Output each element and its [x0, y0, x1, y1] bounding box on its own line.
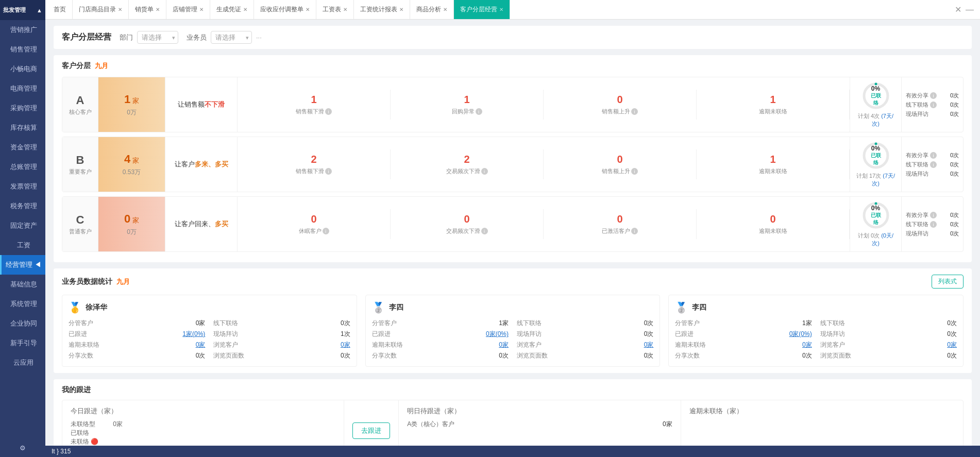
tab-商品分析[interactable]: 商品分析 ✕	[410, 0, 454, 20]
tier-count-num-c: 0 家	[124, 212, 139, 226]
info-icon[interactable]: i	[323, 228, 329, 234]
dept-label: 部门	[120, 33, 133, 42]
sidebar-item-经营管理[interactable]: 经营管理 ◀	[0, 255, 45, 275]
info-icon[interactable]: i	[930, 212, 937, 218]
tab-close-icon[interactable]: ✕	[199, 7, 204, 12]
tab-客户分层经营[interactable]: 客户分层经营 ✕	[454, 0, 510, 20]
dept-filter: 部门 请选择	[120, 31, 178, 44]
sidebar-item-营销推广[interactable]: 营销推广	[0, 20, 45, 40]
salesperson-stats-1: 分管客户 0家 线下联络 0次 已跟进 1家(0%) 现场拜访	[69, 319, 350, 360]
sp-stat-browse-3: 浏览客户 0家	[820, 341, 957, 349]
sidebar-item-销售管理[interactable]: 销售管理	[0, 40, 45, 59]
sp-stat-overdue-2: 逾期未联络 0家	[372, 341, 509, 349]
tier-stats-a: 1 销售额下滑 i 1 回购异常 i 0 销售额上升 i 1 逾期未联络	[238, 77, 901, 132]
tab-门店商品目录[interactable]: 门店商品目录 ✕	[73, 0, 129, 20]
tab-应收应付调整单[interactable]: 应收应付调整单 ✕	[254, 0, 316, 20]
close-btn[interactable]: ✕	[955, 5, 961, 14]
circle-stat-a: 0% 已联络 计划 4次 (7天/次)	[850, 77, 901, 132]
info-icon[interactable]: i	[930, 221, 937, 228]
biz-stats-title-group: 业务员数据统计 九月	[62, 277, 130, 286]
info-icon[interactable]: i	[481, 168, 488, 175]
tier-stats-b: 2 销售额下滑 i 2 交易频次下滑 i 0 销售额上升 i 1 逾期未联络	[238, 137, 901, 192]
sidebar-item-税务管理[interactable]: 税务管理	[0, 196, 45, 216]
tab-close-icon[interactable]: ✕	[243, 7, 247, 12]
sidebar-item-系统管理[interactable]: 系统管理	[0, 294, 45, 314]
circle-sub-a: 已联络	[869, 92, 883, 107]
tab-工资表[interactable]: 工资表 ✕	[316, 0, 354, 20]
tab-close-icon[interactable]: ✕	[156, 7, 160, 12]
sp-stat-visit-2: 现场拜访 0次	[517, 330, 653, 338]
right-stat-offline-c: 线下联络 i 0次	[906, 221, 959, 228]
sidebar-header[interactable]: 批发管理 ▲	[0, 0, 45, 20]
main-area: 首页 门店商品目录 ✕ 销货单 ✕ 店铺管理 ✕ 生成凭证 ✕ 应收应付调整单 …	[45, 0, 980, 457]
tab-生成凭证[interactable]: 生成凭证 ✕	[210, 0, 254, 20]
minimize-btn[interactable]: —	[966, 5, 974, 14]
tier-amount-a: 0万	[127, 108, 137, 117]
tab-close-icon[interactable]: ✕	[499, 7, 503, 12]
more-options-icon[interactable]: ···	[256, 33, 262, 41]
stat-dormant-c: 0 休眠客户 i	[238, 209, 391, 239]
sidebar-item-基础信息[interactable]: 基础信息	[0, 275, 45, 294]
info-icon[interactable]: i	[481, 228, 488, 234]
sp-stat-visit-3: 现场拜访 0次	[820, 330, 957, 338]
tab-close-icon[interactable]: ✕	[118, 7, 122, 12]
tier-count-num-a: 1 家	[124, 93, 139, 106]
salesperson-select[interactable]: 请选择	[211, 31, 252, 44]
sidebar-item-固定资产[interactable]: 固定资产	[0, 216, 45, 235]
sp-stat-customers-3: 分管客户 1家	[675, 319, 812, 328]
sidebar-item-企业协同[interactable]: 企业协同	[0, 314, 45, 333]
info-icon[interactable]: i	[930, 152, 937, 159]
sidebar-item-云应用[interactable]: 云应用	[0, 353, 45, 373]
right-stat-share-a: 有效分享 i 0次	[906, 92, 959, 99]
sidebar-item-库存核算[interactable]: 库存核算	[0, 118, 45, 138]
stat-activated-c: 0 已激活客户 i	[544, 209, 697, 239]
info-icon[interactable]: i	[930, 101, 937, 108]
tab-close-icon[interactable]: ✕	[399, 7, 403, 12]
sidebar-item-电商管理[interactable]: 电商管理	[0, 79, 45, 98]
tab-销货单[interactable]: 销货单 ✕	[129, 0, 166, 20]
info-icon[interactable]: i	[325, 168, 332, 175]
info-icon[interactable]: i	[930, 92, 937, 99]
circle-plan-b: 计划 17次 (7天/次)	[854, 172, 897, 188]
list-view-button[interactable]: 列表式	[932, 275, 964, 289]
sidebar-item-资金管理[interactable]: 资金管理	[0, 138, 45, 157]
tier-name-c: 普通客户	[69, 228, 92, 235]
info-icon[interactable]: i	[631, 108, 638, 115]
followup-title: 我的跟进	[62, 385, 964, 395]
info-icon[interactable]: i	[631, 228, 638, 234]
salesperson-filter: 业务员 请选择 ···	[187, 31, 262, 44]
tab-label: 店铺管理	[173, 5, 197, 14]
circle-sub-c: 已联络	[869, 212, 883, 226]
circle-container-a: 0% 已联络	[861, 81, 890, 110]
overdue-title: 逾期未联络（家）	[689, 407, 955, 416]
tab-工资统计报表[interactable]: 工资统计报表 ✕	[354, 0, 410, 20]
sidebar-item-采购管理[interactable]: 采购管理	[0, 98, 45, 118]
info-icon[interactable]: i	[476, 108, 482, 115]
circle-text-b: 0% 已联络	[869, 145, 883, 166]
tab-店铺管理[interactable]: 店铺管理 ✕	[166, 0, 210, 20]
right-stat-offline-b: 线下联络 i 0次	[906, 161, 959, 168]
info-icon[interactable]: i	[325, 108, 332, 115]
sidebar-item-工资[interactable]: 工资	[0, 235, 45, 255]
tier-stats-c: 0 休眠客户 i 0 交易频次下滑 i 0 已激活客户 i 0 逾期未联络	[238, 197, 901, 251]
sp-stat-followedup-3: 已跟进 0家(0%)	[675, 330, 812, 338]
tab-close-icon[interactable]: ✕	[443, 7, 447, 12]
dept-select[interactable]: 请选择	[137, 31, 178, 44]
goto-followup-button[interactable]: 去跟进	[352, 422, 390, 439]
tab-首页[interactable]: 首页	[47, 0, 73, 20]
month-badge: 九月	[95, 61, 108, 71]
tab-close-icon[interactable]: ✕	[343, 7, 347, 12]
info-icon[interactable]: i	[930, 161, 937, 168]
sidebar-item-小畅电商[interactable]: 小畅电商	[0, 59, 45, 79]
info-icon[interactable]: i	[631, 168, 638, 175]
tab-close-icon[interactable]: ✕	[306, 7, 310, 12]
sidebar-settings[interactable]: ⚙	[0, 439, 45, 457]
circle-stat-c: 0% 已联络 计划 0次 (0天/次)	[850, 197, 901, 251]
dept-select-wrapper: 请选择	[137, 31, 178, 44]
sidebar-item-新手引导[interactable]: 新手引导	[0, 333, 45, 353]
goto-followup-wrapper: 去跟进	[344, 400, 399, 446]
salesperson-name-2: 李四	[389, 303, 403, 312]
sidebar-item-总账管理[interactable]: 总账管理	[0, 157, 45, 177]
salesperson-label: 业务员	[187, 33, 207, 42]
sidebar-item-发票管理[interactable]: 发票管理	[0, 177, 45, 196]
